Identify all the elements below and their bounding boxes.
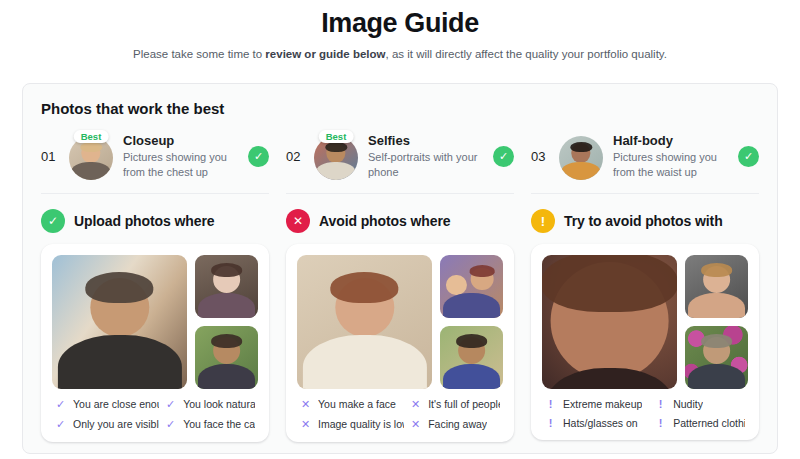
type-avatar-wrap <box>559 132 603 180</box>
avatar-head-shape <box>571 143 590 162</box>
x-icon: ✕ <box>410 398 421 411</box>
checklist-item: ✕Image quality is low <box>300 418 404 431</box>
try-avoid-example-photo-2 <box>685 255 748 318</box>
best-badge: Best <box>319 130 354 143</box>
upload-example-photo-2 <box>195 255 258 318</box>
subtitle-prefix: Please take some time to <box>133 48 265 60</box>
portrait-torso-shape <box>302 335 426 389</box>
checklist-text: It's full of people <box>428 398 500 410</box>
avatar-head-shape <box>81 143 100 162</box>
page-title: Image Guide <box>0 8 800 39</box>
type-text: Half-body Pictures showing you from the … <box>613 133 726 179</box>
upload-example-photo-3 <box>195 326 258 389</box>
portrait-torso-shape <box>547 368 671 389</box>
portrait-head-shape <box>550 262 669 381</box>
type-text: Selfies Self-portraits with your phone <box>368 133 481 179</box>
photo-side-column <box>195 255 258 389</box>
subtitle-suffix: , as it will directly affect the quality… <box>386 48 667 60</box>
section-header: ✕ Avoid photos where <box>286 209 514 233</box>
checklist-item: ✓Only you are visible <box>55 418 159 431</box>
portrait-torso-shape <box>688 293 746 318</box>
avoid-example-photo-main <box>297 255 432 389</box>
x-icon: ✕ <box>300 418 311 431</box>
checklist-item: ✓You are close enough <box>55 398 159 411</box>
photo-grid <box>52 255 258 389</box>
exclamation-icon: ! <box>655 417 666 429</box>
portrait-torso-shape <box>198 364 256 389</box>
type-text: Closeup Pictures showing you from the ch… <box>123 133 236 179</box>
exclamation-icon: ! <box>545 417 556 429</box>
photo-type-selfies: 02 Best Selfies Self-portraits with your… <box>286 132 514 194</box>
portrait-torso-shape <box>688 364 746 389</box>
try-avoid-examples-card: !Extreme makeup !Nudity !Hats/glasses on… <box>531 244 759 440</box>
upload-example-photo-main <box>52 255 187 389</box>
section-title: Avoid photos where <box>319 213 450 229</box>
checklist-text: You make a face <box>318 398 396 410</box>
try-avoid-checklist: !Extreme makeup !Nudity !Hats/glasses on… <box>542 398 748 429</box>
best-badge: Best <box>74 130 109 143</box>
section-title: Upload photos where <box>74 213 214 229</box>
photo-type-closeup: 01 Best Closeup Pictures showing you fro… <box>41 132 269 194</box>
checklist-text: You look natural <box>183 398 255 410</box>
subtitle-bold: review or guide below <box>265 48 385 60</box>
check-circle-icon: ✓ <box>493 146 514 167</box>
portrait-head-shape <box>335 278 394 337</box>
checklist-text: Extreme makeup <box>563 398 642 410</box>
section-try-to-avoid: ! Try to avoid photos with !Extreme make… <box>531 209 759 442</box>
check-circle-icon: ✓ <box>738 146 759 167</box>
type-number: 03 <box>531 149 549 164</box>
checklist-text: Patterned clothing <box>673 417 745 429</box>
portrait-head-shape <box>471 268 494 291</box>
page-subtitle: Please take some time to review or guide… <box>0 48 800 60</box>
section-header: ✓ Upload photos where <box>41 209 269 233</box>
exclamation-icon: ! <box>655 398 666 410</box>
best-photos-heading: Photos that work the best <box>41 100 759 117</box>
x-icon: ✕ <box>300 398 311 411</box>
portrait-head-shape <box>703 266 731 294</box>
checklist-item: ✓You look natural <box>165 398 255 411</box>
type-title: Selfies <box>368 133 481 148</box>
check-icon: ✓ <box>55 418 66 431</box>
check-icon: ✓ <box>55 398 66 411</box>
checklist-item: ✕Facing away <box>410 418 500 431</box>
checklist-text: You face the camera <box>183 418 255 430</box>
photo-grid <box>297 255 503 389</box>
try-avoid-example-photo-main <box>542 255 677 389</box>
checklist-item: ✕You make a face <box>300 398 404 411</box>
photo-side-column <box>685 255 748 389</box>
avatar-torso-shape <box>316 162 356 180</box>
type-description: Self-portraits with your phone <box>368 150 481 179</box>
avoid-example-photo-3 <box>440 326 503 389</box>
exclamation-circle-icon: ! <box>531 209 555 233</box>
portrait-torso-shape <box>57 335 181 389</box>
portrait-head-shape <box>458 337 486 365</box>
checklist-item: ✓You face the camera <box>165 418 255 431</box>
portrait-head-shape <box>703 337 731 365</box>
photo-type-half-body: 03 Half-body Pictures showing you from t… <box>531 132 759 194</box>
checklist-text: You are close enough <box>73 398 159 410</box>
avatar-torso-shape <box>71 162 111 180</box>
type-title: Closeup <box>123 133 236 148</box>
check-circle-icon: ✓ <box>248 146 269 167</box>
checklist-text: Image quality is low <box>318 418 404 430</box>
type-description: Pictures showing you from the waist up <box>613 150 726 179</box>
exclamation-icon: ! <box>545 398 556 410</box>
type-number: 01 <box>41 149 59 164</box>
checklist-item: !Nudity <box>655 398 745 410</box>
upload-checklist: ✓You are close enough ✓You look natural … <box>52 398 258 431</box>
checklist-text: Nudity <box>673 398 703 410</box>
section-header: ! Try to avoid photos with <box>531 209 759 233</box>
type-description: Pictures showing you from the chest up <box>123 150 236 179</box>
portrait-head-shape <box>213 337 241 365</box>
checklist-item: !Extreme makeup <box>545 398 649 410</box>
portrait-torso-shape <box>198 293 256 318</box>
avatar-head-shape <box>326 143 345 162</box>
try-avoid-example-photo-3 <box>685 326 748 389</box>
check-icon: ✓ <box>165 418 176 431</box>
upload-examples-card: ✓You are close enough ✓You look natural … <box>41 244 269 442</box>
checklist-text: Facing away <box>428 418 487 430</box>
x-icon: ✕ <box>410 418 421 431</box>
x-circle-icon: ✕ <box>286 209 310 233</box>
check-circle-icon: ✓ <box>41 209 65 233</box>
check-icon: ✓ <box>165 398 176 411</box>
